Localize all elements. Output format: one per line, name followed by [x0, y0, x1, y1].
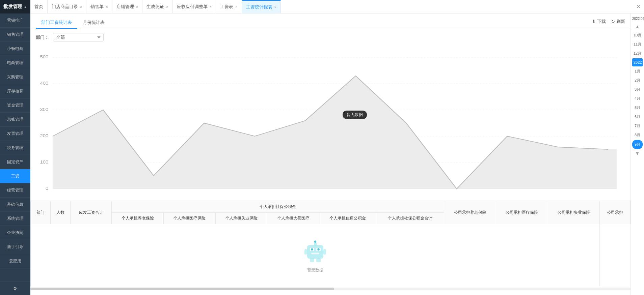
sidebar-item-发票管理[interactable]: 发票管理	[0, 127, 30, 141]
tab-close-icon[interactable]: ×	[106, 5, 108, 9]
svg-rect-19	[314, 242, 317, 246]
line-chart: 0 100 200 300 400 500	[36, 49, 625, 190]
sidebar-item-小畅电商[interactable]: 小畅电商	[0, 42, 30, 56]
dept-filter-select[interactable]: 全部	[53, 33, 104, 41]
right-panel-down-button[interactable]: ▼	[634, 149, 641, 157]
right-panel-month-10月[interactable]: 10月	[631, 31, 644, 40]
dept-filter-label: 部门：	[36, 34, 49, 40]
col-company-unemployment: 公司承担失业保险	[548, 201, 600, 224]
right-panel-month-2月[interactable]: 2月	[631, 76, 644, 85]
tab-label: 生成凭证	[146, 4, 164, 10]
sidebar-item-基础信息[interactable]: 基础信息	[0, 198, 30, 212]
tab-销售单[interactable]: 销售单×	[86, 0, 112, 13]
svg-text:100: 100	[40, 160, 48, 164]
sidebar-item-企业协同[interactable]: 企业协同	[0, 226, 30, 240]
sidebar-item-税务管理[interactable]: 税务管理	[0, 141, 30, 155]
sidebar-item-系统管理[interactable]: 系统管理	[0, 212, 30, 226]
right-panel-month-12月[interactable]: 12月	[631, 49, 644, 58]
tab-label: 店铺管理	[116, 4, 134, 10]
tab-店铺管理[interactable]: 店铺管理×	[112, 0, 142, 13]
col-personal-total: 个人承担社保公积金合计	[376, 213, 444, 224]
tab-close-icon[interactable]: ×	[166, 5, 168, 9]
col-personal-unemployment: 个人承担失业保险	[215, 213, 267, 224]
tab-生成凭证[interactable]: 生成凭证×	[142, 0, 172, 13]
sidebar-header[interactable]: 批发管理 ▲	[0, 0, 30, 13]
refresh-button[interactable]: ↻ 刷新	[611, 19, 625, 25]
svg-point-20	[314, 240, 316, 242]
right-panel-month-4月[interactable]: 4月	[631, 94, 644, 103]
svg-rect-24	[316, 258, 321, 262]
svg-rect-13	[307, 245, 323, 259]
sub-tabs-left: 部门工资统计表月份统计表	[36, 17, 110, 29]
tab-bar-close-button[interactable]: ✕	[633, 3, 644, 10]
tab-工资统计报表[interactable]: 工资统计报表×	[242, 0, 281, 13]
scrollbar-thumb[interactable]	[30, 288, 334, 290]
svg-rect-22	[323, 249, 326, 255]
sidebar-item-电商管理[interactable]: 电商管理	[0, 56, 30, 70]
col-company-pension: 公司承担养老保险	[444, 201, 496, 224]
svg-text:0: 0	[46, 186, 48, 190]
tab-label: 工资统计报表	[246, 4, 272, 10]
svg-point-16	[311, 248, 313, 250]
tab-close-icon[interactable]: ×	[210, 5, 212, 9]
col-company-medical: 公司承担医疗保险	[496, 201, 548, 224]
sidebar-item-工资[interactable]: 工资	[0, 169, 30, 183]
refresh-label: 刷新	[616, 19, 625, 25]
sidebar-item-资金管理[interactable]: 资金管理	[0, 98, 30, 113]
sidebar-item-经营管理[interactable]: 经营管理	[0, 183, 30, 198]
tab-label: 工资表	[220, 4, 233, 10]
download-label: 下载	[597, 19, 606, 25]
tab-close-icon[interactable]: ×	[136, 5, 138, 9]
sub-tab-部门工资统计表[interactable]: 部门工资统计表	[36, 17, 77, 29]
right-panel-up-button[interactable]: ▲	[634, 23, 641, 31]
right-panel-month-3月[interactable]: 3月	[631, 85, 644, 94]
col-group-personal: 个人承担社保公积金	[112, 201, 444, 213]
sub-tabs-bar: 部门工资统计表月份统计表 ⬇ 下载 ↻ 刷新	[30, 13, 630, 29]
page-content: 部门工资统计表月份统计表 ⬇ 下载 ↻ 刷新 部门： 全部	[30, 13, 630, 295]
tab-label: 销售单	[90, 4, 104, 10]
sidebar-item-总账管理[interactable]: 总账管理	[0, 113, 30, 127]
col-dept: 部门	[31, 201, 51, 224]
svg-rect-21	[304, 249, 307, 255]
tab-close-icon[interactable]: ×	[274, 5, 276, 9]
svg-rect-23	[310, 258, 314, 262]
sidebar-item-销售管理[interactable]: 销售管理	[0, 28, 30, 42]
toolbar-right: ⬇ 下载 ↻ 刷新	[592, 19, 625, 27]
sidebar-item-固定资产[interactable]: 固定资产	[0, 155, 30, 169]
right-panel-date: 2022.09	[631, 15, 644, 23]
right-panel-month-11月[interactable]: 11月	[631, 40, 644, 49]
tab-首页[interactable]: 首页	[30, 0, 48, 13]
sub-tab-月份统计表[interactable]: 月份统计表	[77, 17, 110, 29]
sidebar-item-采购管理[interactable]: 采购管理	[0, 70, 30, 84]
right-panel-month-8月[interactable]: 8月	[631, 130, 644, 140]
col-personal-major-medical: 个人承担大额医疗	[267, 213, 319, 224]
svg-text:500: 500	[40, 55, 48, 59]
tab-门店商品目录[interactable]: 门店商品目录×	[48, 0, 86, 13]
download-button[interactable]: ⬇ 下载	[592, 19, 606, 25]
sidebar-item-云应用[interactable]: 云应用	[0, 254, 30, 268]
svg-point-17	[317, 248, 319, 250]
main-area: 首页门店商品目录×销售单×店铺管理×生成凭证×应收应付调整单×工资表×工资统计报…	[30, 0, 644, 295]
right-panel-month-6月[interactable]: 6月	[631, 112, 644, 121]
tab-label: 门店商品目录	[52, 4, 78, 10]
right-panel-month-1月[interactable]: 1月	[631, 67, 644, 76]
stats-table: 部门 人数 应发工资合计 个人承担社保公积金 公司承担养老保险 公司承担医疗保险…	[30, 201, 630, 286]
horizontal-scrollbar[interactable]	[30, 288, 630, 290]
tab-应收应付调整单[interactable]: 应收应付调整单×	[173, 0, 216, 13]
tab-close-icon[interactable]: ×	[235, 5, 237, 9]
tab-close-icon[interactable]: ×	[80, 5, 82, 9]
right-panel-month-2022[interactable]: 2022	[632, 58, 643, 66]
refresh-icon: ↻	[611, 19, 615, 24]
sidebar-item-新手引导[interactable]: 新手引导	[0, 240, 30, 254]
sidebar-item-营销推广[interactable]: 营销推广	[0, 13, 30, 28]
tab-工资表[interactable]: 工资表×	[216, 0, 242, 13]
right-panel-month-9月[interactable]: 9月	[632, 140, 643, 149]
right-panel-month-7月[interactable]: 7月	[631, 121, 644, 130]
sidebar-settings-button[interactable]: ⚙	[0, 282, 30, 295]
content-area: 部门工资统计表月份统计表 ⬇ 下载 ↻ 刷新 部门： 全部	[30, 13, 644, 295]
svg-text:200: 200	[40, 134, 48, 138]
right-panel-month-5月[interactable]: 5月	[631, 103, 644, 112]
sidebar-item-库存核算[interactable]: 库存核算	[0, 84, 30, 98]
col-personal-medical: 个人承担医疗保险	[163, 213, 215, 224]
no-data-container: 暂无数据	[34, 227, 596, 283]
